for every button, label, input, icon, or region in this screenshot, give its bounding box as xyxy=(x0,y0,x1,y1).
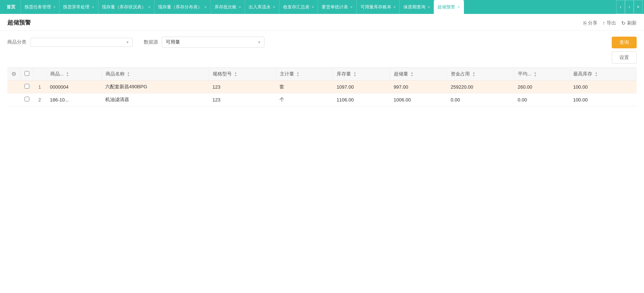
share-icon: ⎘ xyxy=(583,20,586,26)
category-select[interactable]: ▾ xyxy=(30,38,133,47)
data-table: ⚙ 商品... ▲▼ 商品名称 ▲▼ 规格型号 xyxy=(7,67,637,106)
page-wrapper: 超储预警 ⎘ 分享 ↑ 导出 ↻ 刷新 商品分类 ▾ xyxy=(0,14,644,293)
td-checkbox-0[interactable] xyxy=(21,81,33,93)
th-gear[interactable]: ⚙ xyxy=(7,68,21,81)
th-stock[interactable]: 库存量 ▲▼ xyxy=(333,68,390,81)
nav-tab-3[interactable]: 现存量（库存状况表） × xyxy=(98,0,154,14)
td-max-stock-0: 100.00 xyxy=(570,81,637,93)
row-checkbox-1[interactable] xyxy=(25,97,29,101)
th-spec[interactable]: 规格型号 ▲▼ xyxy=(209,68,276,81)
nav-arrows: ‹ › × xyxy=(616,0,643,14)
td-avg-0: 260.00 xyxy=(514,81,570,93)
td-capital-0: 259220.00 xyxy=(447,81,514,93)
close-tab-8-icon[interactable]: × xyxy=(350,5,352,9)
th-product-code[interactable]: 商品... ▲▼ xyxy=(46,68,102,81)
sort-capital-icon: ▲▼ xyxy=(472,71,475,77)
nav-tab-8[interactable]: 要货单统计表 × xyxy=(318,0,356,14)
nav-tab-10[interactable]: 保质期查询 × xyxy=(400,0,434,14)
td-unit-0: 套 xyxy=(276,81,333,93)
close-tab-4-icon[interactable]: × xyxy=(204,5,206,9)
sort-product-code-icon: ▲▼ xyxy=(66,71,69,77)
close-tab-7-icon[interactable]: × xyxy=(312,5,314,9)
nav-tab-6[interactable]: 出入库流水 × xyxy=(245,0,279,14)
nav-tab-4[interactable]: 现存量（库存分布表） × xyxy=(154,0,211,14)
nav-tab-11[interactable]: 超储预警 × xyxy=(434,0,464,14)
select-all-checkbox[interactable] xyxy=(25,71,29,76)
th-capital[interactable]: 资金占用 ▲▼ xyxy=(447,68,514,81)
row-checkbox-0[interactable] xyxy=(25,84,29,89)
settings-button[interactable]: 设置 xyxy=(612,51,637,64)
table-wrapper: ⚙ 商品... ▲▼ 商品名称 ▲▼ 规格型号 xyxy=(0,67,644,106)
td-product-code-1: 186-10... xyxy=(46,93,102,106)
nav-tab-home[interactable]: 首页 xyxy=(1,0,21,14)
filter-buttons: 查询 设置 xyxy=(612,37,637,64)
th-product-name[interactable]: 商品名称 ▲▼ xyxy=(102,68,209,81)
nav-tab-2[interactable]: 拣货异常处理 × xyxy=(59,0,98,14)
close-tab-3-icon[interactable]: × xyxy=(148,5,150,9)
nav-tab-9[interactable]: 可用量库存账本 × xyxy=(357,0,400,14)
datasource-select-value: 可用量 xyxy=(166,39,180,45)
th-avg[interactable]: 平均... ▲▼ xyxy=(514,68,570,81)
td-spec-0: 123 xyxy=(209,81,276,93)
sort-max-stock-icon: ▲▼ xyxy=(595,71,598,77)
nav-next-button[interactable]: › xyxy=(625,0,634,14)
header-actions: ⎘ 分享 ↑ 导出 ↻ 刷新 xyxy=(583,20,637,26)
refresh-button[interactable]: ↻ 刷新 xyxy=(621,20,637,26)
td-product-name-0: 六配套新昌490BPG xyxy=(102,81,209,93)
th-unit[interactable]: 主计量 ▲▼ xyxy=(276,68,333,81)
td-capital-1: 0.00 xyxy=(447,93,514,106)
export-button[interactable]: ↑ 导出 xyxy=(603,20,616,26)
th-overstock[interactable]: 超储量 ▲▼ xyxy=(390,68,447,81)
td-row-num-0: 1 xyxy=(33,81,46,93)
top-navigation: 首页 拣货任务管理 × 拣货异常处理 × 现存量（库存状况表） × 现存量（库存… xyxy=(0,0,644,14)
close-tab-5-icon[interactable]: × xyxy=(239,5,241,9)
td-gear-1 xyxy=(7,93,21,106)
close-tab-6-icon[interactable]: × xyxy=(273,5,275,9)
nav-close-button[interactable]: × xyxy=(634,0,643,14)
nav-tab-5[interactable]: 库存批次账 × xyxy=(211,0,245,14)
page-header: 超储预警 ⎘ 分享 ↑ 导出 ↻ 刷新 xyxy=(0,14,644,31)
close-tab-9-icon[interactable]: × xyxy=(394,5,396,9)
close-tab-10-icon[interactable]: × xyxy=(428,5,430,9)
table-header-row: ⚙ 商品... ▲▼ 商品名称 ▲▼ 规格型号 xyxy=(7,68,637,81)
export-icon: ↑ xyxy=(603,20,605,26)
datasource-filter-item: 数据源 可用量 ▾ xyxy=(144,37,264,48)
td-gear-0 xyxy=(7,81,21,93)
td-avg-1: 0.00 xyxy=(514,93,570,106)
td-spec-1: 123 xyxy=(209,93,276,106)
datasource-select[interactable]: 可用量 ▾ xyxy=(162,37,264,48)
td-product-name-1: 机油滤清器 xyxy=(102,93,209,106)
table-body: 1 0000004 六配套新昌490BPG 123 套 1097.00 997.… xyxy=(7,81,637,106)
category-dropdown-icon: ▾ xyxy=(127,40,129,45)
sort-spec-icon: ▲▼ xyxy=(234,71,237,77)
nav-tab-7[interactable]: 收发存汇总表 × xyxy=(279,0,318,14)
td-max-stock-1: 100.00 xyxy=(570,93,637,106)
category-filter-item: 商品分类 ▾ xyxy=(7,38,133,47)
filter-fields: 商品分类 ▾ 数据源 可用量 ▾ xyxy=(7,37,264,48)
datasource-dropdown-icon: ▾ xyxy=(258,40,260,45)
nav-tab-1[interactable]: 拣货任务管理 × xyxy=(21,0,59,14)
td-unit-1: 个 xyxy=(276,93,333,106)
td-overstock-1: 1006.00 xyxy=(390,93,447,106)
th-max-stock[interactable]: 最高库存 ▲▼ xyxy=(570,68,637,81)
td-stock-1: 1106.00 xyxy=(333,93,390,106)
table-row[interactable]: 1 0000004 六配套新昌490BPG 123 套 1097.00 997.… xyxy=(7,81,637,93)
td-product-code-0: 0000004 xyxy=(46,81,102,93)
close-tab-11-icon[interactable]: × xyxy=(457,5,460,9)
sort-unit-icon: ▲▼ xyxy=(296,71,299,77)
td-checkbox-1[interactable] xyxy=(21,93,33,106)
share-button[interactable]: ⎘ 分享 xyxy=(583,20,597,26)
filter-action-row: 商品分类 ▾ 数据源 可用量 ▾ 查询 设置 xyxy=(0,31,644,67)
gear-icon[interactable]: ⚙ xyxy=(11,71,16,77)
table-row[interactable]: 2 186-10... 机油滤清器 123 个 1106.00 1006.00 … xyxy=(7,93,637,106)
close-tab-2-icon[interactable]: × xyxy=(92,5,94,9)
td-overstock-0: 997.00 xyxy=(390,81,447,93)
refresh-icon: ↻ xyxy=(621,20,626,26)
nav-prev-button[interactable]: ‹ xyxy=(616,0,625,14)
sort-avg-icon: ▲▼ xyxy=(534,71,537,77)
query-button[interactable]: 查询 xyxy=(612,37,637,48)
sort-stock-icon: ▲▼ xyxy=(354,71,356,77)
sort-product-name-icon: ▲▼ xyxy=(127,71,130,77)
close-tab-1-icon[interactable]: × xyxy=(53,5,55,9)
category-filter-label: 商品分类 xyxy=(7,39,26,45)
